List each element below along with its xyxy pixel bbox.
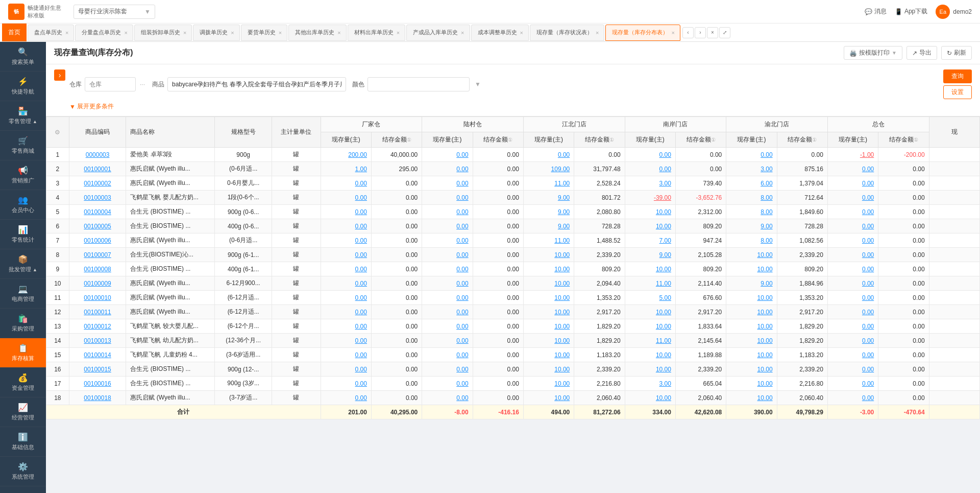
cell-fac-qty[interactable]: 0.00 — [321, 191, 371, 205]
cell-total-qty[interactable]: 0.00 — [827, 262, 878, 276]
sidebar-item-marketing[interactable]: 📢 营销推广 — [0, 160, 46, 190]
sidebar-item-system[interactable]: ⚙️ 系统管理 — [0, 457, 46, 486]
cell-yb-qty[interactable]: 10.00 — [726, 334, 777, 348]
cell-fac-qty[interactable]: 0.00 — [321, 391, 371, 405]
cell-total-qty[interactable]: 0.00 — [827, 391, 878, 405]
cell-fac-qty[interactable]: 0.00 — [321, 176, 371, 191]
cell-jb-qty[interactable]: 10.00 — [523, 348, 574, 362]
cell-yb-qty[interactable]: 9.00 — [726, 219, 777, 233]
cell-fac-qty[interactable]: 0.00 — [321, 262, 371, 276]
cell-fac-qty[interactable]: 0.00 — [321, 233, 371, 248]
cell-jb-qty[interactable]: 9.00 — [523, 191, 574, 205]
tab-item[interactable]: 分量盘点单历史 × — [75, 25, 133, 41]
cell-jb-qty[interactable]: 10.00 — [523, 391, 574, 405]
cell-code[interactable]: 00100004 — [69, 205, 126, 219]
th-settings[interactable]: ⚙ — [46, 117, 69, 148]
cell-lu-qty[interactable]: 0.00 — [422, 348, 473, 362]
user-area[interactable]: Ea demo2 — [936, 5, 972, 19]
cell-yb-qty[interactable]: 10.00 — [726, 262, 777, 276]
cell-lu-qty[interactable]: 0.00 — [422, 205, 473, 219]
cell-jb-qty[interactable]: 11.00 — [523, 233, 574, 248]
cell-jb-qty[interactable]: 10.00 — [523, 262, 574, 276]
message-btn[interactable]: 💬 消息 — [865, 7, 887, 16]
cell-total-qty[interactable]: 0.00 — [827, 219, 878, 233]
tab-home[interactable]: 首页 — [2, 24, 27, 42]
warehouse-input[interactable] — [85, 77, 136, 91]
cell-na-qty[interactable]: 11.00 — [625, 276, 675, 291]
sidebar-item-basic-info[interactable]: ℹ️ 基础信息 — [0, 427, 46, 457]
sidebar-item-collab[interactable]: 🤝 企业协同 — [0, 486, 46, 493]
cell-total-qty[interactable]: 0.00 — [827, 248, 878, 262]
cell-total-qty[interactable]: 0.00 — [827, 205, 878, 219]
refresh-btn[interactable]: ↻ 刷新 — [941, 46, 972, 60]
sidebar-item-wholesale[interactable]: 📦 批发管理 ▲ — [0, 249, 46, 279]
tab-close-btn[interactable]: × — [670, 30, 675, 36]
cell-na-qty[interactable]: 3.00 — [625, 176, 675, 191]
tab-item[interactable]: 现存量（库存状况表） × — [530, 25, 604, 41]
tab-close-btn[interactable]: × — [519, 30, 524, 36]
cell-lu-qty[interactable]: 0.00 — [422, 276, 473, 291]
tab-item[interactable]: 成本调整单历史 × — [471, 25, 529, 41]
cell-na-qty[interactable]: 5.00 — [625, 291, 675, 305]
cell-na-qty[interactable]: 10.00 — [625, 219, 675, 233]
cell-yb-qty[interactable]: 8.00 — [726, 191, 777, 205]
cell-code[interactable]: 00100005 — [69, 219, 126, 233]
cell-fac-qty[interactable]: 0.00 — [321, 319, 371, 334]
warehouse-ellipsis[interactable]: ··· — [139, 81, 146, 88]
tab-item[interactable]: 调拨单历史 × — [193, 25, 239, 41]
cell-fac-qty[interactable]: 0.00 — [321, 248, 371, 262]
cell-fac-qty[interactable]: 0.00 — [321, 205, 371, 219]
cell-yb-qty[interactable]: 10.00 — [726, 348, 777, 362]
cell-code[interactable]: 00100018 — [69, 391, 126, 405]
expand-condition-btn[interactable]: ▼ 展开更多条件 — [69, 102, 972, 111]
cell-yb-qty[interactable]: 10.00 — [726, 362, 777, 377]
cell-na-qty[interactable]: 10.00 — [625, 305, 675, 319]
sidebar-item-nav[interactable]: ⚡ 快捷导航 — [0, 72, 46, 101]
tab-expand-btn[interactable]: ⤢ — [719, 27, 730, 38]
color-input[interactable] — [368, 77, 470, 91]
cell-fac-qty[interactable]: 0.00 — [321, 348, 371, 362]
tab-close-btn[interactable]: × — [595, 30, 600, 36]
cell-jb-qty[interactable]: 10.00 — [523, 276, 574, 291]
tab-item[interactable]: 其他出库单历史 × — [288, 25, 346, 41]
cell-code[interactable]: 0000003 — [69, 148, 126, 162]
cell-na-qty[interactable]: 7.00 — [625, 233, 675, 248]
sidebar-item-management[interactable]: 📈 经营管理 — [0, 397, 46, 427]
cell-jb-qty[interactable]: 0.00 — [523, 148, 574, 162]
cell-code[interactable]: 00100008 — [69, 262, 126, 276]
cell-fac-qty[interactable]: 0.00 — [321, 305, 371, 319]
cell-yb-qty[interactable]: 3.00 — [726, 162, 777, 176]
cell-yb-qty[interactable]: 8.00 — [726, 205, 777, 219]
cell-na-qty[interactable]: 10.00 — [625, 319, 675, 334]
cell-jb-qty[interactable]: 9.00 — [523, 219, 574, 233]
cell-lu-qty[interactable]: 0.00 — [422, 176, 473, 191]
cell-yb-qty[interactable]: 10.00 — [726, 391, 777, 405]
cell-na-qty[interactable]: 10.00 — [625, 391, 675, 405]
cell-code[interactable]: 00100009 — [69, 276, 126, 291]
cell-total-qty[interactable]: 0.00 — [827, 162, 878, 176]
cell-na-qty[interactable]: 11.00 — [625, 334, 675, 348]
cell-yb-qty[interactable]: 10.00 — [726, 291, 777, 305]
cell-total-qty[interactable]: 0.00 — [827, 348, 878, 362]
cell-jb-qty[interactable]: 10.00 — [523, 334, 574, 348]
sidebar-item-ecommerce[interactable]: 💻 电商管理 — [0, 279, 46, 309]
cell-lu-qty[interactable]: 0.00 — [422, 262, 473, 276]
cell-na-qty[interactable]: 10.00 — [625, 348, 675, 362]
cell-yb-qty[interactable]: 10.00 — [726, 305, 777, 319]
cell-na-qty[interactable]: 10.00 — [625, 262, 675, 276]
cell-total-qty[interactable]: 0.00 — [827, 334, 878, 348]
sidebar-item-purchase[interactable]: 🛍️ 采购管理 — [0, 309, 46, 338]
cell-jb-qty[interactable]: 10.00 — [523, 305, 574, 319]
cell-yb-qty[interactable]: 9.00 — [726, 276, 777, 291]
sidebar-item-finance[interactable]: 💰 资金管理 — [0, 368, 46, 397]
cell-total-qty[interactable]: 0.00 — [827, 319, 878, 334]
tab-item[interactable]: 盘点单历史 × — [28, 25, 74, 41]
cell-code[interactable]: 00100003 — [69, 191, 126, 205]
cell-yb-qty[interactable]: 8.00 — [726, 233, 777, 248]
tab-item[interactable]: 产成品入库单历史 × — [406, 25, 470, 41]
cell-code[interactable]: 00100011 — [69, 305, 126, 319]
cell-code[interactable]: 00100002 — [69, 176, 126, 191]
cell-na-qty[interactable]: 3.00 — [625, 377, 675, 391]
cell-jb-qty[interactable]: 10.00 — [523, 319, 574, 334]
cell-code[interactable]: 00100012 — [69, 319, 126, 334]
